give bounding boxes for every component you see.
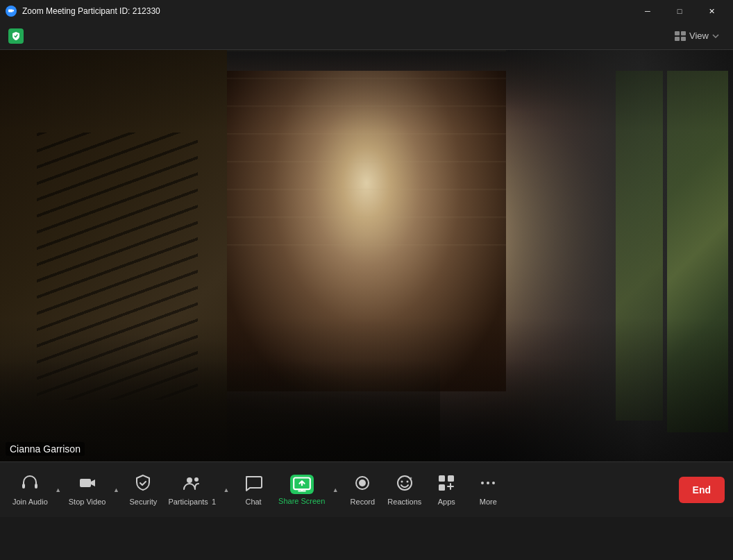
more-svg: [479, 474, 497, 492]
chevron-down-icon: [712, 34, 719, 38]
svg-rect-5: [22, 484, 25, 489]
security-group: Security: [122, 465, 164, 515]
vignette-overlay: [0, 50, 733, 461]
participants-icon: [183, 474, 201, 495]
record-label: Record: [351, 498, 375, 506]
join-audio-chevron[interactable]: ▲: [52, 465, 65, 515]
apps-button[interactable]: Apps: [426, 465, 467, 515]
participants-label: Participants 1: [168, 498, 216, 506]
join-audio-group: Join Audio ▲: [8, 465, 65, 515]
record-svg: [353, 474, 371, 492]
svg-rect-17: [448, 475, 454, 482]
svg-point-14: [401, 480, 403, 482]
svg-rect-7: [80, 479, 91, 487]
svg-point-8: [187, 477, 192, 483]
participants-group: Participants 1 ▲: [164, 465, 233, 515]
participant-name-label: Cianna Garrison: [6, 442, 85, 456]
security-button[interactable]: Security: [122, 465, 164, 515]
svg-point-21: [492, 482, 495, 484]
participants-chevron[interactable]: ▲: [220, 465, 233, 515]
more-icon: [479, 474, 497, 495]
secondary-bar: View: [0, 22, 733, 50]
chat-svg: [244, 474, 262, 492]
svg-point-12: [359, 480, 366, 486]
svg-point-20: [487, 482, 489, 484]
end-button[interactable]: End: [679, 477, 725, 503]
apps-icon: [437, 474, 455, 495]
svg-rect-3: [675, 37, 680, 41]
svg-rect-2: [681, 31, 686, 35]
record-group: Record: [342, 465, 383, 515]
window-controls: ─ □ ✕: [632, 0, 727, 22]
share-screen-icon-bg: [290, 475, 314, 494]
svg-point-9: [194, 477, 199, 482]
shield-icon: [11, 31, 21, 41]
join-audio-label: Join Audio: [12, 498, 48, 506]
svg-point-19: [481, 482, 484, 484]
reactions-button[interactable]: Reactions: [383, 465, 426, 515]
share-screen-label: Share Screen: [278, 497, 325, 505]
stop-video-button[interactable]: Stop Video: [65, 465, 110, 515]
chat-group: Chat: [233, 465, 274, 515]
svg-rect-1: [675, 31, 680, 35]
svg-rect-16: [439, 475, 445, 482]
reactions-svg: [396, 474, 414, 492]
apps-label: Apps: [438, 498, 455, 506]
zoom-icon: [6, 6, 17, 17]
stop-video-label: Stop Video: [69, 498, 106, 506]
more-button[interactable]: More: [467, 465, 509, 515]
reactions-icon: [396, 474, 414, 495]
camera-icon: [78, 474, 96, 495]
security-icon: [134, 474, 152, 495]
title-text: Zoom Meeting Participant ID: 212330: [22, 6, 160, 16]
more-group: More: [467, 465, 509, 515]
security-label: Security: [130, 498, 158, 506]
share-screen-svg: [293, 475, 311, 493]
chat-icon: [244, 474, 262, 495]
participants-count: 1: [212, 498, 216, 506]
svg-rect-4: [681, 37, 686, 41]
title-bar: Zoom Meeting Participant ID: 212330 ─ □ …: [0, 0, 733, 22]
share-screen-chevron[interactable]: ▲: [329, 465, 342, 515]
chat-button[interactable]: Chat: [233, 465, 274, 515]
share-screen-group: Share Screen ▲: [274, 465, 342, 515]
titlebar-left: Zoom Meeting Participant ID: 212330: [6, 6, 160, 17]
share-screen-button[interactable]: Share Screen: [274, 465, 329, 515]
join-audio-button[interactable]: Join Audio: [8, 465, 52, 515]
camera-svg: [78, 474, 96, 492]
secbar-left: [8, 28, 24, 44]
shield-toolbar-svg: [134, 474, 152, 492]
chat-label: Chat: [245, 498, 261, 506]
view-button[interactable]: View: [669, 28, 725, 44]
svg-rect-18: [439, 484, 445, 491]
stop-video-chevron[interactable]: ▲: [110, 465, 122, 515]
more-label: More: [480, 498, 497, 506]
headphone-svg: [21, 474, 39, 492]
close-button[interactable]: ✕: [696, 0, 727, 22]
record-button[interactable]: Record: [342, 465, 383, 515]
toolbar: Join Audio ▲ Stop Video ▲ Securi: [0, 461, 733, 517]
record-icon: [353, 474, 371, 495]
view-label: View: [689, 31, 709, 41]
reactions-label: Reactions: [387, 498, 421, 506]
view-icon: [675, 31, 686, 41]
security-shield-badge: [8, 28, 24, 44]
svg-point-15: [406, 480, 408, 482]
participants-button[interactable]: Participants 1: [164, 465, 220, 515]
participants-svg: [183, 474, 201, 492]
svg-rect-6: [35, 484, 37, 489]
main-video-area: Cianna Garrison: [0, 50, 733, 461]
maximize-button[interactable]: □: [664, 0, 696, 22]
share-screen-icon: [290, 475, 314, 494]
reactions-group: Reactions: [383, 465, 426, 515]
stop-video-group: Stop Video ▲: [65, 465, 123, 515]
apps-group: Apps: [426, 465, 467, 515]
apps-svg: [437, 474, 455, 492]
headphone-icon: [21, 474, 39, 495]
minimize-button[interactable]: ─: [632, 0, 664, 22]
